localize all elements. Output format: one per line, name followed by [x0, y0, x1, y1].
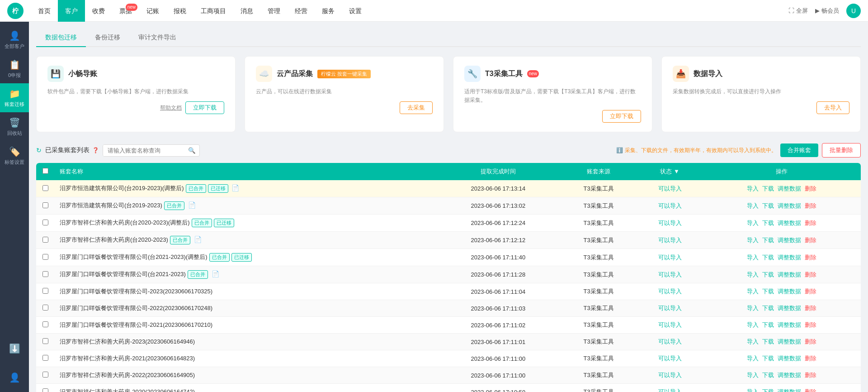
nav-operation[interactable]: 经营 — [288, 0, 315, 22]
action-import-link[interactable]: 导入 — [747, 185, 759, 192]
action-delete-link[interactable]: 删除 — [805, 288, 816, 295]
row-checkbox[interactable] — [42, 305, 48, 311]
action-download-link[interactable]: 下载 — [762, 288, 774, 295]
action-import-link[interactable]: 导入 — [747, 202, 759, 209]
action-adjust-link[interactable]: 调整数据 — [778, 271, 801, 278]
action-import-link[interactable]: 导入 — [747, 237, 759, 244]
action-download-link[interactable]: 下载 — [762, 321, 774, 328]
action-delete-link[interactable]: 删除 — [805, 220, 816, 226]
action-download-link[interactable]: 下载 — [762, 237, 774, 244]
action-delete-link[interactable]: 删除 — [805, 321, 816, 328]
action-download-link[interactable]: 下载 — [762, 220, 774, 226]
xiaochang-help-link[interactable]: 帮助文档 — [160, 104, 182, 112]
row-checkbox[interactable] — [42, 372, 48, 378]
help-icon[interactable]: ❓ — [92, 147, 99, 153]
row-checkbox[interactable] — [42, 220, 48, 225]
t3-download-button[interactable]: 立即下载 — [602, 110, 641, 123]
row-checkbox[interactable] — [42, 338, 48, 344]
row-checkbox[interactable] — [42, 237, 48, 243]
select-all-checkbox[interactable] — [42, 168, 48, 174]
action-delete-link[interactable]: 删除 — [805, 254, 816, 261]
file-icon[interactable]: 📄 — [186, 201, 196, 209]
app-logo[interactable]: 柠 — [7, 3, 24, 19]
action-import-link[interactable]: 导入 — [747, 355, 759, 362]
tab-backup-migration[interactable]: 备份迁移 — [86, 29, 129, 47]
nav-tax[interactable]: 报税 — [166, 0, 193, 22]
merge-accounts-button[interactable]: 合并账套 — [780, 143, 818, 157]
action-download-link[interactable]: 下载 — [762, 202, 774, 209]
action-import-link[interactable]: 导入 — [747, 288, 759, 295]
nav-manage[interactable]: 管理 — [260, 0, 288, 22]
row-checkbox[interactable] — [42, 388, 48, 392]
action-download-link[interactable]: 下载 — [762, 185, 774, 192]
action-download-link[interactable]: 下载 — [762, 271, 774, 278]
row-checkbox[interactable] — [42, 202, 48, 208]
xiaochang-download-button[interactable]: 立即下载 — [185, 101, 224, 114]
nav-ticket[interactable]: 票据 new — [112, 0, 139, 22]
action-adjust-link[interactable]: 调整数据 — [778, 305, 801, 311]
action-import-link[interactable]: 导入 — [747, 321, 759, 328]
action-adjust-link[interactable]: 调整数据 — [778, 288, 801, 295]
action-import-link[interactable]: 导入 — [747, 254, 759, 261]
nav-home[interactable]: 首页 — [31, 0, 58, 22]
nav-client[interactable]: 客户 — [58, 0, 85, 22]
cloud-collect-button[interactable]: 去采集 — [400, 101, 433, 114]
action-adjust-link[interactable]: 调整数据 — [778, 202, 801, 209]
action-import-link[interactable]: 导入 — [747, 305, 759, 311]
action-adjust-link[interactable]: 调整数据 — [778, 355, 801, 362]
row-checkbox[interactable] — [42, 321, 48, 327]
action-delete-link[interactable]: 删除 — [805, 185, 816, 192]
action-delete-link[interactable]: 删除 — [805, 237, 816, 244]
tab-audit-export[interactable]: 审计文件导出 — [129, 29, 185, 47]
nav-message[interactable]: 消息 — [233, 0, 260, 22]
row-checkbox[interactable] — [42, 254, 48, 260]
file-icon[interactable]: 📄 — [210, 270, 219, 277]
row-checkbox[interactable] — [42, 288, 48, 294]
action-download-link[interactable]: 下载 — [762, 338, 774, 345]
action-import-link[interactable]: 导入 — [747, 338, 759, 345]
refresh-icon[interactable]: ↻ — [36, 147, 42, 154]
action-delete-link[interactable]: 删除 — [805, 355, 816, 362]
action-delete-link[interactable]: 删除 — [805, 388, 816, 392]
row-checkbox[interactable] — [42, 185, 48, 191]
action-download-link[interactable]: 下载 — [762, 355, 774, 362]
import-go-button[interactable]: 去导入 — [816, 101, 849, 114]
tab-data-migration[interactable]: 数据包迁移 — [36, 29, 86, 47]
action-download-link[interactable]: 下载 — [762, 254, 774, 261]
action-import-link[interactable]: 导入 — [747, 271, 759, 278]
action-adjust-link[interactable]: 调整数据 — [778, 388, 801, 392]
batch-delete-button[interactable]: 批量删除 — [822, 143, 861, 158]
nav-settings[interactable]: 设置 — [342, 0, 369, 22]
action-delete-link[interactable]: 删除 — [805, 271, 816, 278]
row-checkbox[interactable] — [42, 355, 48, 361]
action-adjust-link[interactable]: 调整数据 — [778, 237, 801, 244]
action-delete-link[interactable]: 删除 — [805, 305, 816, 311]
action-adjust-link[interactable]: 调整数据 — [778, 321, 801, 328]
sidebar-item-recycle[interactable]: 🗑️ 回收站 — [0, 112, 29, 141]
action-download-link[interactable]: 下载 — [762, 388, 774, 392]
sidebar-user[interactable]: 👤 — [0, 363, 29, 392]
action-import-link[interactable]: 导入 — [747, 372, 759, 378]
action-delete-link[interactable]: 删除 — [805, 202, 816, 209]
action-adjust-link[interactable]: 调整数据 — [778, 185, 801, 192]
nav-service[interactable]: 服务 — [315, 0, 342, 22]
action-delete-link[interactable]: 删除 — [805, 338, 816, 345]
action-delete-link[interactable]: 删除 — [805, 372, 816, 378]
action-adjust-link[interactable]: 调整数据 — [778, 372, 801, 378]
nav-bookkeeping[interactable]: 记账 — [139, 0, 166, 22]
action-download-link[interactable]: 下载 — [762, 305, 774, 311]
fullscreen-button[interactable]: ⛶ 全屏 — [788, 7, 808, 15]
action-adjust-link[interactable]: 调整数据 — [778, 220, 801, 226]
search-input[interactable] — [103, 145, 184, 156]
search-button[interactable]: 🔍 — [184, 145, 199, 156]
file-icon[interactable]: 📄 — [230, 184, 240, 191]
sidebar-download[interactable]: ⬇️ — [0, 334, 29, 363]
user-avatar[interactable]: U — [846, 4, 861, 18]
action-import-link[interactable]: 导入 — [747, 388, 759, 392]
sidebar-item-tags[interactable]: 🏷️ 标签设置 — [0, 141, 29, 170]
action-import-link[interactable]: 导入 — [747, 220, 759, 226]
sidebar-item-all-clients[interactable]: 👤 全部客户 — [0, 25, 29, 54]
row-checkbox[interactable] — [42, 271, 48, 277]
vip-button[interactable]: ▶ 畅会员 — [815, 7, 839, 15]
action-adjust-link[interactable]: 调整数据 — [778, 338, 801, 345]
